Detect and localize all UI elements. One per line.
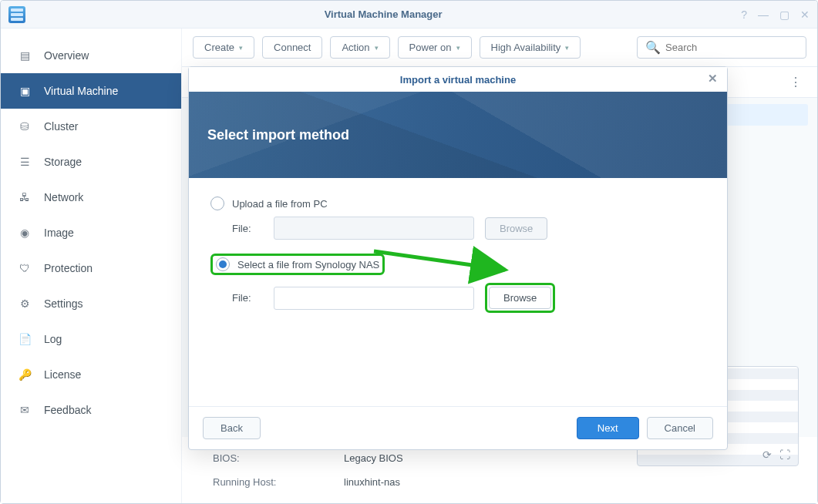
dialog-close-icon[interactable]: ✕ <box>708 72 718 86</box>
app-icon <box>8 6 25 23</box>
window-controls: ? — ▢ ✕ <box>741 8 810 21</box>
sidebar-item-label: License <box>44 368 81 381</box>
chevron-down-icon: ▾ <box>239 44 243 52</box>
import-dialog: Import a virtual machine ✕ Select import… <box>188 66 728 450</box>
sidebar-item-label: Settings <box>44 297 83 310</box>
nas-file-input[interactable] <box>274 287 474 310</box>
sidebar-item-overview[interactable]: ▤ Overview <box>1 38 181 73</box>
column-menu-icon[interactable]: ⋮ <box>789 75 802 89</box>
refresh-icon[interactable]: ⟳ <box>762 449 772 461</box>
host-value: linuxhint-nas <box>344 476 400 488</box>
search-input[interactable] <box>665 42 798 53</box>
bios-value: Legacy BIOS <box>344 452 403 464</box>
dialog-banner: Select import method <box>189 92 727 178</box>
dialog-title-bar: Import a virtual machine ✕ <box>189 67 727 92</box>
radio-unchecked-icon[interactable] <box>210 197 224 210</box>
power-button[interactable]: Power on▾ <box>398 36 472 59</box>
sidebar-item-label: Overview <box>44 49 89 62</box>
option-label: Select a file from Synology NAS <box>237 259 379 270</box>
upload-file-input <box>274 217 474 240</box>
cluster-icon: ⛁ <box>16 119 33 133</box>
search-icon: 🔍 <box>645 40 661 55</box>
protection-icon: 🛡 <box>16 261 33 275</box>
fullscreen-icon[interactable]: ⛶ <box>779 449 790 461</box>
dialog-footer: Back Next Cancel <box>189 406 727 449</box>
settings-icon: ⚙ <box>16 297 33 311</box>
dialog-heading: Select import method <box>207 127 349 143</box>
sidebar-item-label: Network <box>44 191 83 203</box>
sidebar-item-image[interactable]: ◉ Image <box>1 215 181 250</box>
vm-icon: ▣ <box>16 84 33 98</box>
sidebar-item-storage[interactable]: ☰ Storage <box>1 144 181 180</box>
log-icon: 📄 <box>16 332 33 346</box>
dialog-title: Import a virtual machine <box>400 74 516 86</box>
back-button[interactable]: Back <box>203 417 261 439</box>
nas-file-row: File: Browse <box>232 283 705 313</box>
next-button[interactable]: Next <box>577 417 639 439</box>
option-select-from-nas[interactable]: Select a file from Synology NAS <box>216 257 379 271</box>
sidebar-item-feedback[interactable]: ✉ Feedback <box>1 392 181 428</box>
dialog-body: Upload a file from PC File: Browse Selec… <box>189 178 727 406</box>
search-box[interactable]: 🔍 <box>637 36 806 59</box>
image-icon: ◉ <box>16 226 33 240</box>
radio-checked-icon[interactable] <box>216 257 230 271</box>
feedback-icon: ✉ <box>16 403 33 417</box>
minimize-icon[interactable]: — <box>758 8 769 21</box>
file-label: File: <box>232 223 263 234</box>
window-title: Virtual Machine Manager <box>25 8 741 20</box>
option-label: Upload a file from PC <box>232 198 328 210</box>
action-button[interactable]: Action▾ <box>330 36 389 59</box>
sidebar-item-log[interactable]: 📄 Log <box>1 321 181 357</box>
cancel-button[interactable]: Cancel <box>647 417 713 439</box>
chevron-down-icon: ▾ <box>456 44 460 52</box>
host-label: Running Host: <box>213 476 344 488</box>
sidebar-item-label: Storage <box>44 156 82 168</box>
sidebar-item-label: Protection <box>44 262 93 274</box>
upload-browse-button: Browse <box>485 217 547 240</box>
nas-browse-button[interactable]: Browse <box>489 287 551 309</box>
network-icon: 🖧 <box>16 190 33 204</box>
close-window-icon[interactable]: ✕ <box>800 8 810 21</box>
license-icon: 🔑 <box>16 368 33 381</box>
create-button[interactable]: Create▾ <box>193 36 254 59</box>
ha-button[interactable]: High Availability▾ <box>480 36 581 59</box>
sidebar-item-label: Feedback <box>44 404 91 416</box>
sidebar-item-label: Log <box>44 333 62 345</box>
titlebar: Virtual Machine Manager ? — ▢ ✕ <box>1 1 817 29</box>
maximize-icon[interactable]: ▢ <box>779 8 789 21</box>
upload-file-row: File: Browse <box>232 217 705 240</box>
sidebar-item-protection[interactable]: 🛡 Protection <box>1 250 181 286</box>
sidebar-item-settings[interactable]: ⚙ Settings <box>1 286 181 321</box>
chevron-down-icon: ▾ <box>375 44 379 52</box>
toolbar: Create▾ Connect Action▾ Power on▾ High A… <box>182 29 817 67</box>
overview-icon: ▤ <box>16 49 33 62</box>
file-label: File: <box>232 292 263 304</box>
sidebar: ▤ Overview ▣ Virtual Machine ⛁ Cluster ☰… <box>1 29 182 503</box>
option-upload-from-pc[interactable]: Upload a file from PC <box>210 197 705 210</box>
sidebar-item-cluster[interactable]: ⛁ Cluster <box>1 109 181 144</box>
chevron-down-icon: ▾ <box>565 44 569 52</box>
sidebar-item-label: Cluster <box>44 120 78 133</box>
sidebar-item-label: Virtual Machine <box>44 85 118 97</box>
sidebar-item-network[interactable]: 🖧 Network <box>1 180 181 215</box>
sidebar-item-label: Image <box>44 227 74 239</box>
connect-button[interactable]: Connect <box>262 36 322 59</box>
storage-icon: ☰ <box>16 155 33 169</box>
sidebar-item-license[interactable]: 🔑 License <box>1 357 181 392</box>
bios-label: BIOS: <box>213 452 344 464</box>
help-icon[interactable]: ? <box>741 8 747 21</box>
sidebar-item-virtual-machine[interactable]: ▣ Virtual Machine <box>1 73 181 109</box>
